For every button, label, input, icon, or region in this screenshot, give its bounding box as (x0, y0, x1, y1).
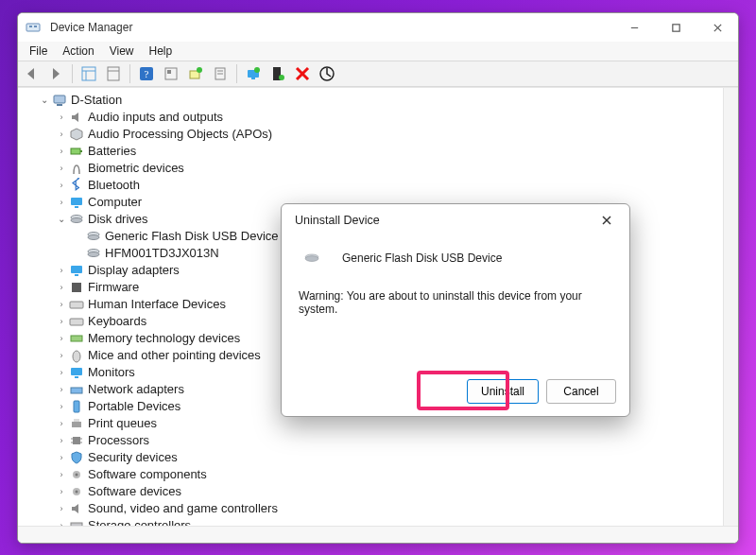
computer-icon (52, 93, 67, 108)
uninstall-device-dialog: Uninstall Device Generic Flash Disk USB … (281, 203, 630, 417)
show-hidden-icon[interactable] (77, 62, 100, 85)
forward-button[interactable] (44, 62, 67, 85)
titlebar: Device Manager (18, 13, 738, 42)
svg-rect-30 (57, 104, 62, 106)
expand-toggle-icon[interactable] (56, 401, 67, 412)
svg-rect-33 (71, 198, 82, 205)
svg-rect-22 (251, 78, 255, 79)
tree-item[interactable]: Batteries (18, 143, 738, 160)
menu-view[interactable]: View (102, 43, 142, 60)
tree-item-label: HFM001TD3JX013N (105, 245, 219, 262)
help-icon[interactable]: ? (135, 62, 158, 85)
tree-item-label: Bluetooth (88, 177, 140, 194)
menu-help[interactable]: Help (142, 43, 180, 60)
svg-point-38 (88, 235, 99, 240)
expand-toggle-icon[interactable] (56, 503, 67, 514)
svg-rect-48 (71, 368, 82, 375)
expand-toggle-icon[interactable] (56, 418, 67, 429)
expand-toggle-icon[interactable] (56, 180, 67, 191)
expand-toggle-icon[interactable] (56, 299, 67, 310)
svg-rect-42 (75, 274, 78, 276)
expand-toggle-icon[interactable] (56, 384, 67, 395)
tree-item[interactable]: Audio inputs and outputs (18, 109, 738, 126)
memory-icon (69, 331, 84, 346)
expand-toggle-icon[interactable] (56, 469, 67, 480)
back-button[interactable] (20, 62, 43, 85)
expand-toggle-icon[interactable] (56, 214, 67, 225)
menu-action[interactable]: Action (55, 43, 101, 60)
scrollbar[interactable] (723, 88, 738, 526)
drive-icon (69, 212, 84, 227)
tree-item-label: Mice and other pointing devices (88, 347, 261, 364)
expand-toggle-icon[interactable] (56, 367, 67, 378)
tree-item[interactable]: Software devices (18, 483, 738, 500)
window-title: Device Manager (50, 21, 132, 34)
close-button[interactable] (696, 13, 738, 42)
tree-item-label: Sound, video and game controllers (88, 500, 278, 517)
expand-toggle-icon[interactable] (56, 316, 67, 327)
expand-toggle-icon[interactable] (56, 350, 67, 361)
svg-rect-50 (71, 388, 82, 393)
expand-toggle-icon[interactable] (56, 197, 67, 208)
svg-point-17 (197, 67, 202, 73)
uninstall-button[interactable]: Uninstall (467, 379, 539, 404)
tree-item[interactable]: Audio Processing Objects (APOs) (18, 126, 738, 143)
expand-toggle-icon[interactable] (39, 95, 50, 106)
update-driver-icon[interactable] (242, 62, 265, 85)
minimize-button[interactable] (613, 13, 655, 42)
tree-item-label: D-Station (71, 92, 122, 109)
menu-file[interactable]: File (22, 43, 55, 60)
toolbar-button[interactable] (102, 62, 125, 85)
expand-toggle-icon[interactable] (56, 265, 67, 276)
svg-point-62 (76, 491, 78, 494)
tree-item[interactable]: Sound, video and game controllers (18, 500, 738, 517)
tree-root[interactable]: D-Station (18, 92, 738, 109)
expand-toggle-icon[interactable] (56, 112, 67, 123)
speaker-icon (69, 110, 84, 125)
expand-toggle-icon[interactable] (56, 129, 67, 140)
svg-rect-15 (167, 70, 171, 74)
maximize-button[interactable] (655, 13, 696, 42)
cube-icon (69, 127, 84, 142)
disable-device-icon[interactable] (316, 62, 338, 85)
dialog-titlebar: Uninstall Device (282, 204, 629, 236)
expand-toggle-icon[interactable] (56, 452, 67, 463)
drive-icon (86, 229, 101, 244)
expand-toggle-icon[interactable] (56, 333, 67, 344)
tree-item[interactable]: Bluetooth (18, 177, 738, 194)
tree-item[interactable]: Print queues (18, 415, 738, 432)
tree-item[interactable]: Security devices (18, 449, 738, 466)
tree-item[interactable]: Biometric devices (18, 160, 738, 177)
svg-rect-54 (73, 437, 80, 444)
dialog-close-button[interactable] (593, 207, 620, 234)
dialog-warning-text: Warning: You are about to uninstall this… (299, 289, 612, 316)
chip-icon (69, 433, 84, 448)
expand-toggle-icon[interactable] (56, 282, 67, 293)
uninstall-device-icon[interactable] (291, 62, 314, 85)
svg-point-40 (88, 252, 99, 257)
cancel-button[interactable]: Cancel (546, 379, 616, 404)
svg-point-60 (76, 474, 78, 477)
svg-rect-52 (72, 422, 81, 427)
toolbar-button[interactable] (160, 62, 182, 85)
speaker-icon (69, 501, 84, 516)
tree-item[interactable]: Processors (18, 432, 738, 449)
svg-rect-29 (54, 95, 65, 103)
expand-toggle-icon[interactable] (56, 435, 67, 446)
scan-hardware-icon[interactable] (184, 62, 207, 85)
toolbar-button[interactable] (209, 62, 232, 85)
tree-item-label: Monitors (88, 364, 135, 381)
svg-rect-46 (71, 336, 82, 341)
tree-item-label: Portable Devices (88, 398, 180, 415)
expand-toggle-icon[interactable] (56, 163, 67, 174)
svg-text:?: ? (145, 68, 149, 79)
statusbar (18, 526, 738, 543)
expand-toggle-icon[interactable] (56, 146, 67, 157)
expand-toggle-icon[interactable] (56, 486, 67, 497)
tree-item-label: Computer (88, 194, 142, 211)
tree-item[interactable]: Software components (18, 466, 738, 483)
dialog-title: Uninstall Device (295, 214, 380, 227)
svg-rect-49 (75, 376, 78, 378)
toolbar-button[interactable] (266, 62, 289, 85)
tree-item-label: Software devices (88, 483, 181, 500)
